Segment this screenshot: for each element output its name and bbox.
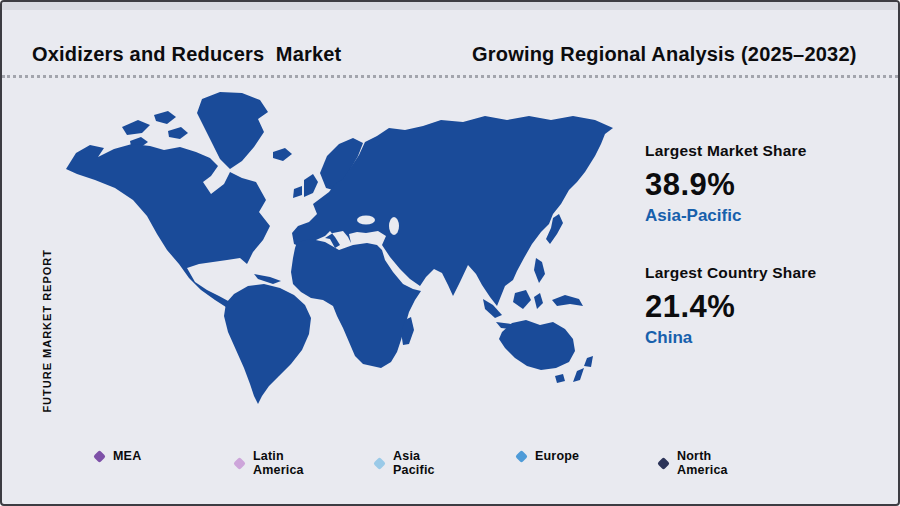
- legend-label: Asia Pacific: [393, 449, 435, 477]
- brand-watermark: FUTURE MARKET REPORT: [41, 249, 53, 413]
- country-share-label: Largest Country Share: [645, 264, 895, 282]
- legend-label: Latin America: [253, 449, 304, 477]
- infographic-frame: Oxidizers and Reducers Market Growing Re…: [0, 0, 900, 506]
- latin-america-diamond-icon: [233, 457, 246, 470]
- market-share-region: Asia-Pacific: [645, 206, 895, 226]
- asia-pacific-diamond-icon: [373, 457, 386, 470]
- country-share-value: 21.4%: [645, 289, 895, 325]
- legend-item-latin-america: Latin America: [235, 449, 304, 477]
- legend-item-europe: Europe: [517, 449, 579, 463]
- report-subtitle: Growing Regional Analysis (2025–2032): [472, 43, 857, 66]
- market-share-label: Largest Market Share: [645, 142, 895, 160]
- country-share-stat: Largest Country Share 21.4% China: [645, 264, 895, 348]
- dotted-divider: [2, 75, 898, 78]
- brand-watermark-wrap: FUTURE MARKET REPORT: [35, 248, 59, 413]
- legend-item-north-america: North America: [659, 449, 728, 477]
- top-strip: [2, 2, 898, 10]
- legend-item-asia-pacific: Asia Pacific: [375, 449, 435, 477]
- europe-diamond-icon: [515, 450, 528, 463]
- legend-label: Europe: [535, 449, 579, 463]
- country-share-region: China: [645, 328, 895, 348]
- market-share-value: 38.9%: [645, 167, 895, 203]
- legend-item-mea: MEA: [95, 449, 141, 463]
- north-america-diamond-icon: [657, 457, 670, 470]
- market-title: Oxidizers and Reducers Market: [32, 43, 341, 66]
- mea-diamond-icon: [93, 450, 106, 463]
- world-map: [64, 87, 624, 407]
- legend-label: MEA: [113, 449, 141, 463]
- market-share-stat: Largest Market Share 38.9% Asia-Pacific: [645, 142, 895, 226]
- legend-label: North America: [677, 449, 728, 477]
